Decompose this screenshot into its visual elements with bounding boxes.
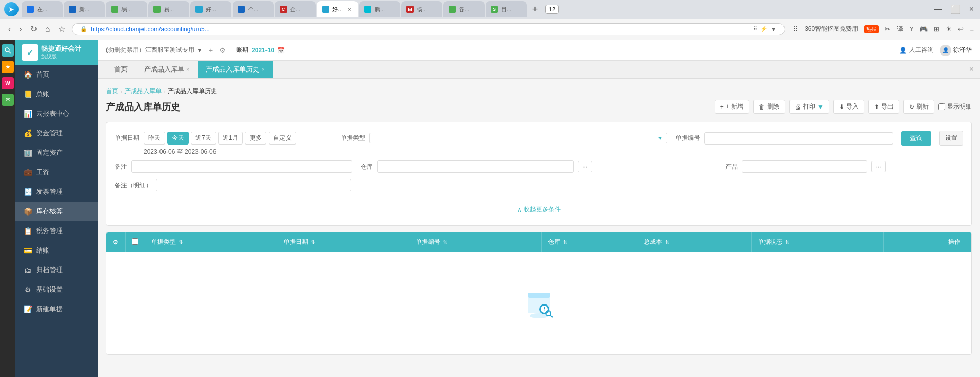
- apps-icon[interactable]: ⊞: [934, 25, 939, 33]
- browser-tab-8-active[interactable]: 好... ×: [317, 1, 358, 17]
- type-dropdown[interactable]: ▼: [369, 133, 667, 143]
- icon-sidebar-weibo[interactable]: W: [2, 77, 14, 89]
- date-7days[interactable]: 近7天: [191, 132, 216, 145]
- home-button[interactable]: ⌂: [43, 23, 52, 36]
- col-date[interactable]: 单据日期 ⇅: [277, 232, 409, 252]
- game-icon[interactable]: 🎮: [919, 25, 928, 33]
- theme-icon[interactable]: ☀: [946, 25, 952, 33]
- sidebar-item-newbill[interactable]: 📝 新建单据: [15, 299, 98, 319]
- product-input[interactable]: [742, 160, 867, 173]
- currency-icon[interactable]: ¥: [910, 25, 913, 33]
- sidebar-item-inventory[interactable]: 📦 库存核算: [15, 202, 98, 221]
- date-1month[interactable]: 近1月: [218, 132, 243, 145]
- breadcrumb-list[interactable]: 产成品入库单: [124, 87, 162, 96]
- delete-btn[interactable]: 🗑 删除: [753, 100, 785, 114]
- browser-tab-2[interactable]: 新...: [64, 1, 105, 17]
- close-icon[interactable]: ×: [967, 3, 976, 16]
- browser-tab-1[interactable]: 在...: [22, 1, 63, 17]
- show-detail-checkbox[interactable]: [938, 103, 945, 110]
- browser-tab-3[interactable]: 易...: [106, 1, 147, 17]
- browser-tab-12[interactable]: S 目...: [486, 1, 527, 17]
- sidebar-item-tax[interactable]: 📋 税务管理: [15, 221, 98, 241]
- sidebar-item-salary[interactable]: 💼 工资: [15, 163, 98, 182]
- col-warehouse[interactable]: 仓库 ⇅: [542, 232, 637, 252]
- sidebar-item-report[interactable]: 📊 云报表中心: [15, 104, 98, 123]
- sidebar-item-checkout[interactable]: 💳 结账: [15, 241, 98, 260]
- undo-icon[interactable]: ↩: [958, 25, 964, 33]
- browser-tab-6[interactable]: 个...: [233, 1, 274, 17]
- sidebar-item-invoice[interactable]: 🧾 发票管理: [15, 182, 98, 202]
- date-custom[interactable]: 自定义: [269, 132, 296, 145]
- scissors-icon[interactable]: ✂: [885, 25, 890, 33]
- bookmark-button[interactable]: ☆: [56, 22, 67, 36]
- address-input[interactable]: 🔒 https://cloud.chanjet.com/accounting/u…: [72, 23, 785, 35]
- company-selector[interactable]: (勿删勿禁用）江西服宝测试专用 ▼: [106, 46, 203, 55]
- translate-icon[interactable]: 译: [897, 25, 903, 34]
- sidebar-item-home[interactable]: 🏠 首页: [15, 65, 98, 84]
- user-profile[interactable]: 👤 徐泽华: [940, 45, 972, 56]
- remark-input[interactable]: [131, 160, 352, 173]
- icon-sidebar-search[interactable]: [2, 44, 14, 57]
- date-yesterday[interactable]: 昨天: [144, 132, 165, 145]
- tab-list-close[interactable]: ×: [186, 66, 189, 73]
- page-tab-list[interactable]: 产成品入库单 ×: [136, 61, 198, 78]
- date-more[interactable]: 更多: [245, 132, 266, 145]
- calendar-icon[interactable]: 📅: [277, 47, 285, 54]
- col-checkbox[interactable]: [125, 232, 145, 252]
- tab-history-close[interactable]: ×: [261, 66, 264, 73]
- select-all-checkbox[interactable]: [132, 238, 138, 245]
- settings-filter-btn[interactable]: 设置: [939, 131, 963, 146]
- settings-btn[interactable]: ⚙: [219, 46, 226, 55]
- sidebar-item-ledger[interactable]: 📒 总账: [15, 84, 98, 104]
- col-type[interactable]: 单据类型 ⇅: [145, 232, 277, 252]
- print-btn[interactable]: 🖨 打印 ▼: [789, 100, 829, 114]
- warehouse-input[interactable]: [377, 160, 574, 173]
- product-ellipsis[interactable]: ···: [871, 161, 886, 172]
- settings-menu-icon[interactable]: ≡: [970, 25, 974, 33]
- number-input[interactable]: [704, 132, 893, 145]
- grid-icon[interactable]: ⠿: [793, 25, 798, 33]
- collapse-btn[interactable]: ∧ 收起更多条件: [115, 202, 963, 217]
- export-btn[interactable]: ⬆ 导出: [868, 100, 899, 114]
- detail-remark-input[interactable]: [156, 179, 351, 191]
- maximize-icon[interactable]: ⬜: [949, 3, 963, 16]
- service-link[interactable]: 👤 人工咨询: [899, 46, 934, 55]
- import-btn[interactable]: ⬇ 导入: [833, 100, 864, 114]
- icon-sidebar-mail[interactable]: ✉: [2, 94, 14, 106]
- print-dropdown-arrow[interactable]: ▼: [817, 103, 824, 111]
- search-btn[interactable]: 查询: [901, 131, 931, 146]
- sidebar-item-archive[interactable]: 🗂 归档管理: [15, 260, 98, 280]
- browser-tab-5[interactable]: 好...: [190, 1, 231, 17]
- browser-tab-10[interactable]: M 畅...: [401, 1, 442, 17]
- sidebar-item-assets[interactable]: 🏢 固定资产: [15, 143, 98, 163]
- browser-tab-4[interactable]: 易...: [148, 1, 189, 17]
- warehouse-ellipsis[interactable]: ···: [578, 161, 592, 172]
- breadcrumb-home[interactable]: 首页: [106, 87, 118, 96]
- col-settings-icon[interactable]: ⚙: [113, 239, 118, 246]
- page-tab-history[interactable]: 产成品入库单历史 ×: [198, 61, 273, 78]
- browser-tab-9[interactable]: 腾...: [359, 1, 400, 17]
- browser-tab-7[interactable]: C 企...: [275, 1, 316, 17]
- sidebar-item-funds[interactable]: 💰 资金管理: [15, 123, 98, 143]
- tab-close-8[interactable]: ×: [348, 6, 351, 12]
- back-button[interactable]: ‹: [6, 23, 13, 36]
- col-cost[interactable]: 总成本 ⇅: [637, 232, 752, 252]
- tab-count[interactable]: 12: [545, 5, 559, 14]
- refresh-button[interactable]: ↻: [28, 22, 39, 36]
- forward-button[interactable]: ›: [17, 23, 24, 36]
- col-number[interactable]: 单据编号 ⇅: [409, 232, 542, 252]
- page-close-btn[interactable]: ×: [969, 65, 974, 74]
- date-today[interactable]: 今天: [167, 132, 189, 145]
- col-status[interactable]: 单据状态 ⇅: [751, 232, 883, 252]
- minimize-icon[interactable]: —: [932, 3, 945, 16]
- page-tab-home[interactable]: 首页: [106, 61, 136, 78]
- new-tab-button[interactable]: +: [528, 2, 542, 16]
- browser-tab-11[interactable]: 各...: [443, 1, 485, 17]
- sidebar-item-basic[interactable]: ⚙ 基础设置: [15, 280, 98, 299]
- refresh-btn[interactable]: ↻ 刷新: [903, 100, 934, 114]
- col-settings[interactable]: ⚙: [106, 232, 125, 252]
- new-btn[interactable]: + + 新增: [715, 100, 749, 114]
- browser-nav-icon[interactable]: ➤: [4, 2, 19, 16]
- icon-sidebar-star[interactable]: ★: [2, 61, 14, 73]
- add-company-btn[interactable]: +: [209, 46, 213, 55]
